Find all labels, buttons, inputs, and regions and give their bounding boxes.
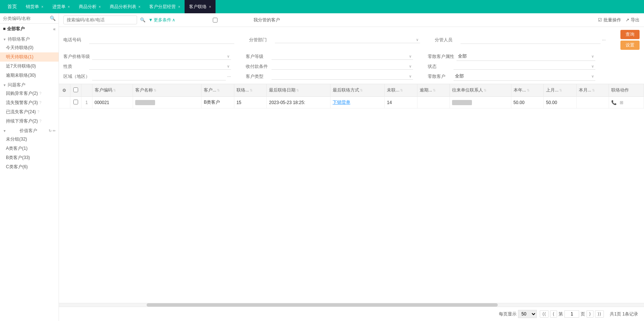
all-customers-header[interactable]: ■ 全部客户 « bbox=[0, 24, 59, 34]
th-this-month[interactable]: 本月... ⇅ bbox=[576, 84, 609, 97]
sidebar-search-input[interactable] bbox=[3, 16, 50, 21]
filter-select-dept[interactable]: ∨ bbox=[275, 37, 420, 43]
sidebar-item-tomorrow-contact[interactable]: 明天待联络(1) bbox=[0, 52, 59, 62]
sidebar-item-today-contact[interactable]: 今天待联络(0) bbox=[0, 43, 59, 52]
sort-company-contact-icon: ⇅ bbox=[484, 89, 487, 92]
close-customer-contact-icon[interactable]: × bbox=[209, 5, 211, 9]
th-checkbox[interactable] bbox=[70, 84, 81, 97]
sidebar-item-class-b[interactable]: B类客户(33) bbox=[0, 153, 59, 162]
filter-actions: 查询 设置 bbox=[620, 30, 640, 50]
top-navigation: 首页 销货单 × 进货单 × 商品分析 × 商品分析列表 × 客户分层经营 × … bbox=[0, 0, 644, 13]
row-name-cell: Ea bbox=[133, 97, 201, 108]
th-type[interactable]: 客户... ⇅ bbox=[202, 84, 234, 97]
filter-cell-manager: 分管人员 ··· bbox=[435, 36, 606, 44]
th-company-contact[interactable]: 往来单位联系人 ⇅ bbox=[450, 84, 511, 97]
sidebar-item-lost-customers[interactable]: 流失预警客户(3) ? bbox=[0, 98, 59, 107]
filter-select-price-level[interactable]: ∨ bbox=[92, 53, 231, 60]
retail-customer-arrow-icon: ∨ bbox=[591, 74, 594, 78]
close-product-analysis-icon[interactable]: × bbox=[99, 5, 101, 9]
last-contact-method-link[interactable]: 下销货单 bbox=[333, 100, 350, 105]
filter-select-nature[interactable]: ∨ bbox=[89, 63, 231, 70]
row-checkbox-cell[interactable] bbox=[70, 97, 81, 108]
filter-select-customer-type[interactable]: ∨ bbox=[272, 73, 413, 80]
select-all-checkbox[interactable] bbox=[73, 87, 78, 92]
query-button[interactable]: 查询 bbox=[620, 30, 640, 39]
th-this-year[interactable]: 本年... ⇅ bbox=[511, 84, 544, 97]
sort-date-icon: ⇅ bbox=[296, 89, 299, 92]
th-gear[interactable]: ⚙ bbox=[59, 84, 70, 97]
close-customer-segment-icon[interactable]: × bbox=[178, 5, 180, 9]
first-page-btn[interactable]: ⟨⟨ bbox=[540, 310, 549, 318]
sidebar-item-class-c[interactable]: C类客户(6) bbox=[0, 162, 59, 172]
nav-sales-order[interactable]: 销货单 × bbox=[21, 0, 48, 13]
pending-contact-group[interactable]: 待联络客户 bbox=[0, 34, 59, 43]
sidebar-item-declining[interactable]: 持续下滑客户(2) ? bbox=[0, 117, 59, 126]
nav-customer-segment[interactable]: 客户分层经营 × bbox=[145, 0, 185, 13]
filter-select-status[interactable]: ∨ bbox=[454, 63, 595, 70]
sort-method-icon: ⇅ bbox=[360, 89, 363, 92]
close-product-analysis-table-icon[interactable]: × bbox=[139, 5, 141, 9]
nav-customer-contact[interactable]: 客户联络 × bbox=[185, 0, 216, 13]
settings-button[interactable]: 设置 bbox=[620, 41, 640, 50]
sort-name-icon: ⇅ bbox=[154, 89, 157, 92]
nav-product-analysis[interactable]: 商品分析 × bbox=[74, 0, 105, 13]
sidebar-item-class-a[interactable]: A类客户(1) bbox=[0, 144, 59, 153]
problem-customers-group[interactable]: 问题客户 bbox=[0, 80, 59, 89]
gear-header-icon[interactable]: ⚙ bbox=[62, 88, 66, 93]
th-uncontacted[interactable]: 未联... ⇅ bbox=[385, 84, 417, 97]
filter-input-manager[interactable] bbox=[461, 36, 601, 44]
sidebar-item-churned[interactable]: 已流失客户(24) ? bbox=[0, 107, 59, 117]
th-overdue[interactable]: 逾期... ⇅ bbox=[417, 84, 450, 97]
horizontal-scrollbar[interactable] bbox=[59, 303, 644, 307]
filter-select-customer-level[interactable]: ∨ bbox=[272, 53, 413, 60]
my-customers-checkbox[interactable] bbox=[178, 18, 252, 23]
nav-home[interactable]: 首页 bbox=[3, 0, 21, 13]
region-dots-icon[interactable]: ··· bbox=[227, 74, 231, 79]
per-page-select[interactable]: 50 100 bbox=[518, 310, 537, 318]
next-page-btn[interactable]: ⟩ bbox=[587, 310, 594, 318]
filter-select-retail-attr[interactable]: 全部 ∨ bbox=[456, 52, 595, 61]
th-last-contact-method[interactable]: 最后联络方式 ⇅ bbox=[330, 84, 385, 97]
sidebar-item-repeat-anomaly[interactable]: 回购异常客户(2) ? bbox=[0, 89, 59, 98]
batch-operation-btn[interactable]: ☑ 批量操作 bbox=[598, 17, 621, 23]
page-input[interactable] bbox=[564, 310, 579, 318]
filter-cell-dept: 分管部门 ∨ bbox=[249, 37, 420, 43]
th-name[interactable]: 客户名称 ⇅ bbox=[133, 84, 201, 97]
th-code[interactable]: 客户编码 ⇅ bbox=[92, 84, 133, 97]
filter-select-retail-customer[interactable]: 全部 ∨ bbox=[454, 72, 595, 81]
close-sales-order-icon[interactable]: × bbox=[41, 5, 43, 9]
value-customers-group[interactable]: 价值客户 ↻ ✏ bbox=[0, 126, 59, 135]
th-last-contact-date[interactable]: 最后联络日期 ⇅ bbox=[267, 84, 330, 97]
toolbar-search-icon[interactable]: 🔍 bbox=[140, 17, 146, 23]
filter-input-phone[interactable] bbox=[89, 36, 234, 44]
filter-label-phone: 电话号码 bbox=[63, 37, 89, 43]
row-checkbox[interactable] bbox=[73, 100, 78, 104]
prev-page-btn[interactable]: ⟨ bbox=[550, 310, 557, 318]
action-phone-icon[interactable]: 📞 bbox=[611, 100, 617, 105]
sort-code-icon: ⇅ bbox=[113, 89, 116, 92]
row-overdue-cell bbox=[417, 97, 450, 108]
manager-dots-icon[interactable]: ··· bbox=[602, 37, 606, 42]
company-contact-blur bbox=[452, 100, 472, 105]
action-grid-icon[interactable]: ⊞ bbox=[620, 100, 623, 105]
nav-product-analysis-table[interactable]: 商品分析列表 × bbox=[105, 0, 145, 13]
value-customers-refresh[interactable]: ↻ ✏ bbox=[49, 129, 56, 133]
close-purchase-order-icon[interactable]: × bbox=[68, 5, 70, 9]
collapse-sidebar-icon[interactable]: « bbox=[53, 27, 56, 32]
row-last-contact-method-cell[interactable]: 下销货单 bbox=[330, 97, 385, 108]
export-btn[interactable]: ↗ 导出 bbox=[626, 17, 640, 23]
th-contact[interactable]: 联络... ⇅ bbox=[234, 84, 267, 97]
sidebar-search-icon[interactable]: 🔍 bbox=[50, 15, 56, 21]
sidebar-item-7days-contact[interactable]: 近7天待联络(0) bbox=[0, 62, 59, 71]
nav-purchase-order[interactable]: 进货单 × bbox=[48, 0, 74, 13]
last-page-btn[interactable]: ⟩⟩ bbox=[595, 310, 604, 318]
filter-select-payment[interactable]: ∨ bbox=[272, 63, 413, 70]
filter-input-region[interactable] bbox=[92, 73, 226, 80]
th-last-month[interactable]: 上月... ⇅ bbox=[544, 84, 577, 97]
search-input[interactable] bbox=[63, 15, 137, 24]
more-conditions-btn[interactable]: ▼ 更多条件 ∧ bbox=[148, 17, 175, 23]
sidebar-item-ungrouped[interactable]: 未分组(32) bbox=[0, 135, 59, 144]
total-info: 共1页 1条记录 bbox=[610, 311, 638, 317]
sidebar-item-overdue-contact[interactable]: 逾期未联络(30) bbox=[0, 71, 59, 80]
filter-row-2: 客户价格等级 ∨ 客户等级 ∨ 零散客户属性 bbox=[63, 52, 640, 61]
